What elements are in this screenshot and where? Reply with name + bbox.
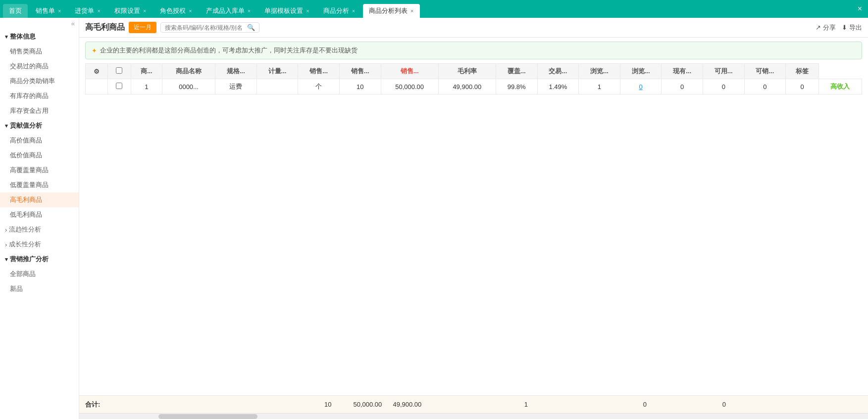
col-sales-cost[interactable]: 销售...: [381, 64, 438, 79]
col-checkbox[interactable]: [108, 64, 131, 79]
col-code[interactable]: 商...: [131, 64, 162, 79]
period-button[interactable]: 近一月: [129, 22, 156, 33]
sidebar-item-high-margin[interactable]: 高毛利商品: [0, 192, 79, 207]
col-unit[interactable]: 计量...: [256, 64, 298, 79]
tab-home[interactable]: 首页: [3, 4, 28, 18]
col-current-stock[interactable]: 现有...: [662, 64, 703, 79]
col-browse1[interactable]: 浏览...: [579, 64, 620, 79]
arrow-icon: ▾: [5, 34, 8, 40]
sidebar-collapse-button[interactable]: «: [0, 18, 79, 29]
sidebar-item-low-coverage[interactable]: 低覆盖量商品: [0, 178, 79, 192]
close-tab-product-analysis[interactable]: ×: [352, 8, 355, 14]
footer-empty-3: [189, 401, 229, 408]
col-coverage[interactable]: 覆盖...: [496, 64, 537, 79]
col-spec[interactable]: 规格...: [215, 64, 257, 79]
tab-product-analysis-list[interactable]: 商品分析列表 ×: [363, 4, 419, 18]
close-tab-purchase[interactable]: ×: [97, 8, 100, 14]
arrow-icon-contrib: ▾: [5, 123, 8, 129]
footer-cells: 10 50,000.00 49,900.00 1 0 0: [110, 401, 862, 408]
cell-current-stock-0: 0: [703, 79, 744, 94]
cell-num-0: 1: [131, 79, 162, 94]
sidebar-group-trend[interactable]: › 流趋性分析: [0, 222, 79, 237]
sidebar-item-new-goods[interactable]: 新品: [0, 281, 79, 296]
footer-sales-cost: 49,900.00: [387, 401, 427, 408]
cell-browse1-0[interactable]: 0: [620, 79, 662, 94]
footer-sales-qty: 10: [308, 401, 348, 408]
scrollbar-thumb[interactable]: [158, 414, 257, 419]
row-checkbox-0[interactable]: [116, 83, 122, 89]
cell-saleable-stock-0: 0: [786, 79, 819, 94]
sidebar-group-contribution[interactable]: ▾ 贡献值分析: [0, 118, 79, 133]
page-title: 高毛利商品: [85, 22, 125, 33]
close-tab-role[interactable]: ×: [189, 8, 192, 14]
window-close-button[interactable]: ×: [854, 4, 866, 13]
sidebar-group-marketing[interactable]: ▾ 营销推广分析: [0, 252, 79, 267]
sidebar-group-growth[interactable]: › 成长性分析: [0, 237, 79, 252]
cell-sales-qty-0: 10: [339, 79, 381, 94]
col-name[interactable]: 商品名称: [162, 64, 215, 79]
sidebar-item-high-coverage[interactable]: 高覆盖量商品: [0, 163, 79, 178]
close-tab-permission[interactable]: ×: [143, 8, 146, 14]
select-all-checkbox[interactable]: [116, 67, 122, 74]
sidebar-item-low-margin[interactable]: 低毛利商品: [0, 207, 79, 222]
sidebar: « ▾ 整体信息 销售类商品 交易过的商品 商品分类助销率 有库存的商品 库存资…: [0, 18, 79, 419]
close-tab-product-warehouse[interactable]: ×: [248, 8, 251, 14]
arrow-icon-marketing: ▾: [5, 256, 8, 263]
cell-sales-cost-0: 49,900.00: [438, 79, 496, 94]
col-gross-margin[interactable]: 毛利率: [438, 64, 496, 79]
tab-product-warehouse[interactable]: 产成品入库单 ×: [200, 4, 256, 18]
footer-empty-1: [110, 401, 150, 408]
cell-sales-amt-0: 50,000.00: [381, 79, 438, 94]
footer-empty-browse2: [585, 401, 625, 408]
col-settings[interactable]: ⚙: [86, 64, 108, 79]
cell-checkbox-0[interactable]: [108, 79, 131, 94]
info-icon: ✦: [92, 47, 97, 54]
footer-empty-2: [150, 401, 189, 408]
close-tab-sales-order[interactable]: ×: [58, 8, 61, 14]
footer-empty-browse1: [546, 401, 585, 408]
export-icon: ⬇: [842, 24, 847, 31]
sidebar-item-stock-capital[interactable]: 库存资金占用: [0, 103, 79, 118]
footer-empty-avail: [664, 401, 704, 408]
col-sales-qty[interactable]: 销售...: [298, 64, 340, 79]
tab-product-analysis[interactable]: 商品分析 ×: [317, 4, 361, 18]
arrow-icon-growth: ›: [5, 241, 7, 248]
sidebar-item-category-rate[interactable]: 商品分类助销率: [0, 74, 79, 89]
horizontal-scrollbar[interactable]: [79, 413, 868, 419]
data-table: ⚙ 商... 商品名称 规格... 计量... 销售... 销售... 销售..…: [85, 63, 862, 94]
footer-empty-margin: [427, 401, 466, 408]
cell-available-stock-0: 0: [744, 79, 786, 94]
sidebar-item-all-goods[interactable]: 全部商品: [0, 267, 79, 281]
table-row: 1 0000... 运费 个 10 50,000.00 49,900.00 99…: [86, 79, 862, 94]
sidebar-group-overall[interactable]: ▾ 整体信息: [0, 29, 79, 44]
search-input[interactable]: [165, 24, 247, 31]
content-header: 高毛利商品 近一月 🔍 ↗ 分享 ⬇ 导出: [79, 18, 868, 38]
tab-role-auth[interactable]: 角色授权 ×: [154, 4, 198, 18]
sidebar-item-low-value[interactable]: 低价值商品: [0, 148, 79, 163]
close-tab-template[interactable]: ×: [306, 8, 309, 14]
search-icon[interactable]: 🔍: [247, 24, 255, 31]
table-container: ⚙ 商... 商品名称 规格... 计量... 销售... 销售... 销售..…: [79, 63, 868, 395]
sidebar-item-high-value[interactable]: 高价值商品: [0, 133, 79, 148]
tab-permission-settings[interactable]: 权限设置 ×: [108, 4, 152, 18]
col-transaction[interactable]: 交易...: [537, 64, 579, 79]
close-tab-product-analysis-list[interactable]: ×: [410, 8, 413, 14]
col-sales-amt[interactable]: 销售...: [339, 64, 381, 79]
col-available-stock[interactable]: 可用...: [703, 64, 744, 79]
search-box: 🔍: [160, 22, 259, 33]
info-banner: ✦ 企业的主要的利润都是这部分商品创造的，可考虑加大推广，同时关注库存是不要出现…: [85, 42, 862, 59]
share-button[interactable]: ↗ 分享: [816, 23, 836, 32]
col-tag[interactable]: 标签: [786, 64, 819, 79]
sidebar-item-sales-goods[interactable]: 销售类商品: [0, 44, 79, 59]
tab-sales-order[interactable]: 销售单 ×: [30, 4, 67, 18]
col-browse2[interactable]: 浏览...: [620, 64, 662, 79]
cell-spec-0: [256, 79, 298, 94]
tab-purchase-order[interactable]: 进货单 ×: [69, 4, 106, 18]
sidebar-item-instock-goods[interactable]: 有库存的商品: [0, 89, 79, 103]
footer-transaction: 1: [506, 401, 546, 408]
header-actions: ↗ 分享 ⬇ 导出: [816, 23, 862, 32]
tab-template-settings[interactable]: 单据模板设置 ×: [258, 4, 315, 18]
col-saleable-stock[interactable]: 可销...: [744, 64, 786, 79]
export-button[interactable]: ⬇ 导出: [842, 23, 862, 32]
sidebar-item-traded-goods[interactable]: 交易过的商品: [0, 59, 79, 74]
